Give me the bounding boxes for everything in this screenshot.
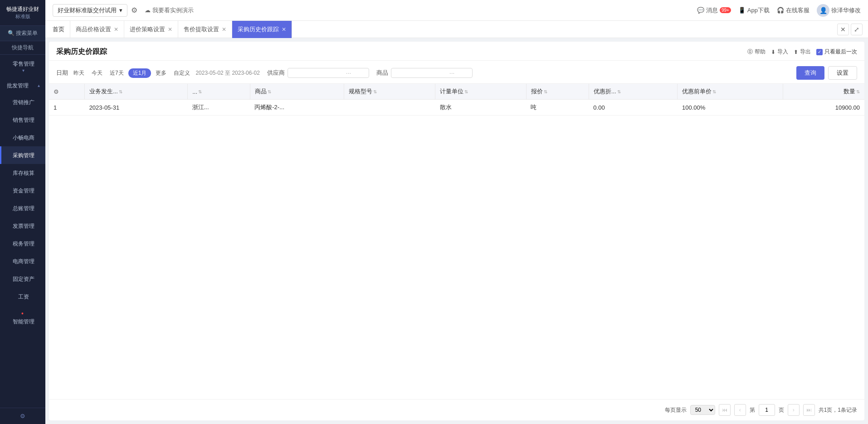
sidebar-item-label: 批发管理 <box>7 82 29 90</box>
date-opt-custom[interactable]: 自定义 <box>171 68 193 78</box>
sidebar-item-tax[interactable]: 税务管理 <box>0 235 45 252</box>
query-button[interactable]: 查询 <box>796 66 824 80</box>
tab-price-settings[interactable]: 商品价格设置 ✕ <box>70 21 124 38</box>
th-gear[interactable]: ⚙ <box>49 84 85 100</box>
goods-input[interactable] <box>395 70 449 76</box>
sidebar-item-ledger[interactable]: 总账管理 <box>0 199 45 217</box>
th-extra[interactable]: ... ⇅ <box>188 84 250 100</box>
gear-icon: ⚙ <box>20 413 25 419</box>
th-unit[interactable]: 计量单位 ⇅ <box>435 84 527 100</box>
sidebar-item-wholesale[interactable]: 批发管理 ▴ <box>0 77 45 93</box>
export-label: 导出 <box>800 48 811 56</box>
online-service-label: 在线客服 <box>786 6 809 14</box>
sidebar-gear-button[interactable]: ⚙ <box>0 408 45 424</box>
only-last-checkbox[interactable]: ✓ 只看最后一次 <box>816 48 857 56</box>
sidebar-item-finance[interactable]: 资金管理 <box>0 182 45 199</box>
th-unit-price[interactable]: 优惠前单价 ⇅ <box>678 84 783 100</box>
page-size-select[interactable]: 50 100 200 <box>690 405 715 415</box>
app-download-label: App下载 <box>747 6 770 14</box>
page-content: 采购历史价跟踪 ⓪ 帮助 ⬇ 导入 ⬆ 导出 ✓ 只看最后一次 <box>49 42 864 420</box>
sidebar-item-retail[interactable]: 零售管理 ▾ <box>0 55 45 77</box>
message-button[interactable]: 💬 消息 99+ <box>697 6 731 14</box>
close-icon[interactable]: ✕ <box>222 27 226 32</box>
export-button[interactable]: ⬆ 导出 <box>794 48 811 56</box>
sidebar-item-sales[interactable]: 销售管理 <box>0 111 45 129</box>
page-title: 采购历史价跟踪 <box>56 47 107 57</box>
tab-label: 采购历史价跟踪 <box>238 25 279 34</box>
per-page-label: 每页显示 <box>665 406 687 414</box>
close-icon[interactable]: ✕ <box>114 27 118 32</box>
date-filter-group: 日期 昨天 今天 近7天 近1月 更多 自定义 2023-05-02 至 202… <box>56 68 260 78</box>
date-opt-7days[interactable]: 近7天 <box>107 68 127 78</box>
tab-purchase-price-strategy[interactable]: 进价策略设置 ✕ <box>124 21 178 38</box>
tab-home[interactable]: 首页 <box>47 21 70 38</box>
app-download-button[interactable]: 📱 App下载 <box>738 6 770 14</box>
supplier-dots-icon[interactable]: ··· <box>346 69 351 77</box>
supplier-input[interactable] <box>292 70 346 76</box>
quick-nav[interactable]: 快捷导航 <box>0 41 45 55</box>
user-name: 徐泽华修改 <box>831 6 861 14</box>
tab-label: 售价提取设置 <box>184 25 219 34</box>
last-page-button[interactable]: ⏭ <box>803 404 815 416</box>
goods-dots-icon[interactable]: ··· <box>449 69 455 77</box>
next-page-button[interactable]: › <box>788 404 800 416</box>
sidebar-item-purchase[interactable]: 采购管理 <box>0 146 45 164</box>
sidebar-item-ecommerce-small[interactable]: 小畅电商 <box>0 129 45 146</box>
online-service-button[interactable]: 🎧 在线客服 <box>777 6 809 14</box>
th-price[interactable]: 报价 ⇅ <box>526 84 589 100</box>
settings-button[interactable]: 设置 <box>828 66 857 80</box>
sort-icon: ⇅ <box>464 89 468 94</box>
sidebar-item-smart[interactable]: • 智能管理 <box>0 305 45 330</box>
date-opt-more[interactable]: 更多 <box>153 68 169 78</box>
th-date[interactable]: 业务发生... ⇅ <box>85 84 188 100</box>
page-header: 采购历史价跟踪 ⓪ 帮助 ⬇ 导入 ⬆ 导出 ✓ 只看最后一次 <box>49 42 864 61</box>
cell-date: 2023-05-31 <box>85 100 188 116</box>
sort-icon: ⇅ <box>373 89 377 94</box>
sidebar-item-ecommerce[interactable]: 电商管理 <box>0 252 45 270</box>
date-opt-yesterday[interactable]: 昨天 <box>71 68 87 78</box>
prev-page-button[interactable]: ‹ <box>734 404 746 416</box>
tab-purchase-history[interactable]: 采购历史价跟踪 ✕ <box>232 21 292 38</box>
sidebar-item-salary[interactable]: 工资 <box>0 288 45 305</box>
sidebar-item-marketing[interactable]: 营销推广 <box>0 93 45 111</box>
help-button[interactable]: ⓪ 帮助 <box>747 48 766 56</box>
table-row[interactable]: 1 2023-05-31 浙江... 丙烯酸-2-... 散水 吨 0.00 1… <box>49 100 864 116</box>
date-opt-1month[interactable]: 近1月 <box>128 68 151 78</box>
sidebar-item-inventory[interactable]: 库存核算 <box>0 164 45 182</box>
demo-link[interactable]: ☁ 我要看实例演示 <box>145 6 194 14</box>
first-page-button[interactable]: ⏮ <box>719 404 731 416</box>
th-quantity[interactable]: 数量 ⇅ <box>783 84 864 100</box>
message-icon: 💬 <box>697 7 704 14</box>
sidebar-item-fixed-assets[interactable]: 固定资产 <box>0 270 45 288</box>
tab-sale-price-extract[interactable]: 售价提取设置 ✕ <box>178 21 232 38</box>
sort-icon: ⇅ <box>119 89 122 94</box>
chevron-down-icon: ▾ <box>119 7 122 14</box>
goods-input-wrap: ··· <box>391 68 473 78</box>
close-icon[interactable]: ✕ <box>282 27 286 32</box>
page-label: 页 <box>779 406 784 414</box>
topbar-gear-icon[interactable]: ⚙ <box>131 6 137 14</box>
page-number-input[interactable] <box>759 404 775 416</box>
mobile-icon: 📱 <box>738 7 746 14</box>
user-menu[interactable]: 👤 徐泽华修改 <box>817 4 861 17</box>
close-icon[interactable]: ✕ <box>168 27 172 32</box>
date-range-display: 2023-05-02 至 2023-06-02 <box>195 69 259 77</box>
tab-close-button[interactable]: ✕ <box>837 24 849 35</box>
sort-icon: ⇅ <box>712 89 716 94</box>
import-button[interactable]: ⬇ 导入 <box>771 48 788 56</box>
sidebar-item-invoice[interactable]: 发票管理 <box>0 217 45 235</box>
sidebar-search[interactable]: 🔍 搜索菜单 <box>0 26 45 41</box>
tabs-bar: 首页 商品价格设置 ✕ 进价策略设置 ✕ 售价提取设置 ✕ 采购历史价跟踪 ✕ … <box>45 21 868 38</box>
th-spec[interactable]: 规格型号 ⇅ <box>344 84 435 100</box>
headset-icon: 🎧 <box>777 7 784 14</box>
th-discount[interactable]: 优惠折... ⇅ <box>589 84 678 100</box>
tabs-controls: ✕ ⤢ <box>837 24 866 35</box>
date-opt-today[interactable]: 今天 <box>89 68 105 78</box>
sidebar-item-label: 固定资产 <box>13 275 34 283</box>
tab-expand-button[interactable]: ⤢ <box>851 24 863 35</box>
supplier-filter-label: 供应商 <box>267 69 285 77</box>
th-goods[interactable]: 商品 ⇅ <box>250 84 344 100</box>
version-selector[interactable]: 好业财标准版交付试用 ▾ <box>53 4 127 17</box>
import-label: 导入 <box>777 48 788 56</box>
help-label: 帮助 <box>755 48 766 56</box>
